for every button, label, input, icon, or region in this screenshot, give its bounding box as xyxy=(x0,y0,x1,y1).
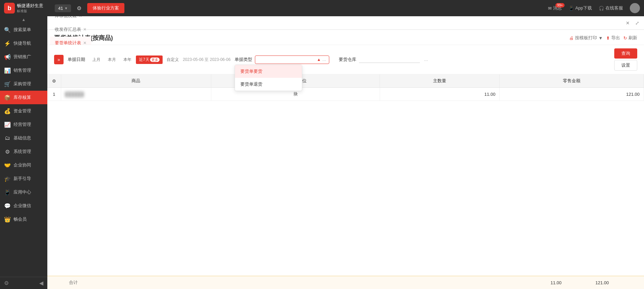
sidebar-icon-guide: 🎓 xyxy=(4,175,11,182)
sidebar-collapse-icon[interactable]: ◀ xyxy=(39,280,43,286)
sidebar-icon-inventory: 📦 xyxy=(4,94,11,101)
sidebar-item-search[interactable]: 🔍搜索菜单 xyxy=(0,23,47,37)
warehouse-label: 要货仓库 xyxy=(339,57,356,63)
message-action[interactable]: ✉ 消息 99+ xyxy=(548,5,562,11)
sidebar-label-sales: 销售管理 xyxy=(14,67,43,73)
date-btn-3[interactable]: 近7天更多 xyxy=(136,55,163,64)
sidebar-item-base[interactable]: 🗂基础信息 xyxy=(0,131,47,145)
app-download-action[interactable]: 📱 App下载 xyxy=(569,5,592,11)
user-avatar[interactable] xyxy=(630,3,640,13)
tab-close-inventory-batch[interactable]: ✕ xyxy=(79,16,82,18)
sidebar-label-marketing: 营销推广 xyxy=(14,54,43,60)
refresh-button[interactable]: ↻ 刷新 xyxy=(623,35,637,41)
warehouse-input[interactable] xyxy=(361,57,418,62)
type-select-arrow-up[interactable]: ▲ xyxy=(317,57,321,62)
type-dropdown: 要货单要货要货单退货 xyxy=(235,65,302,91)
sidebar-icon-app-center: 📱 xyxy=(4,189,11,196)
tab-close-all[interactable]: ✕ xyxy=(624,19,632,27)
phone-icon: 📱 xyxy=(569,6,574,11)
cell-product-0: ██████ xyxy=(61,88,211,101)
sidebar-item-app-center[interactable]: 📱应用中心 xyxy=(0,185,47,199)
query-button[interactable]: 查询 xyxy=(614,48,637,59)
warehouse-input-wrapper xyxy=(359,56,420,63)
date-buttons: 上月本月本年近7天更多 xyxy=(89,55,163,64)
sidebar-item-marketing[interactable]: 📢营销推广 xyxy=(0,50,47,64)
app-download-label: App下载 xyxy=(575,5,592,11)
data-table: ⚙商品主计量单位主数量零售金额 1 ██████ 块 11.00 121.00 xyxy=(47,74,644,101)
message-icon: ✉ xyxy=(548,6,552,11)
sidebar-scroll-up[interactable]: ▲ xyxy=(0,16,47,23)
sidebar-icon-marketing: 📢 xyxy=(4,53,11,60)
tab-close-receive-summary[interactable]: ✕ xyxy=(83,27,87,32)
content-area: 首页库存批次账✕收发存汇总表✕要货单统计表✕ ✕ ⤢ 要货单统计表(按商品) 🖨… xyxy=(47,16,644,289)
type-input[interactable] xyxy=(258,57,317,62)
table-row: 1 ██████ 块 11.00 121.00 xyxy=(47,88,644,101)
custom-date-button[interactable]: 自定义 xyxy=(167,57,179,63)
sidebar-item-operation[interactable]: 📈经营管理 xyxy=(0,118,47,131)
sidebar-item-guide[interactable]: 🎓新手引导 xyxy=(0,172,47,185)
main-layout: ▲ 🔍搜索菜单⚡快捷导航📢营销推广📊销售管理🛒采购管理📦库存核算💰资金管理📈经营… xyxy=(0,16,644,289)
cell-amount-0: 121.00 xyxy=(500,88,644,101)
date-btn-1[interactable]: 本月 xyxy=(105,55,119,64)
sidebar: ▲ 🔍搜索菜单⚡快捷导航📢营销推广📊销售管理🛒采购管理📦库存核算💰资金管理📈经营… xyxy=(0,16,47,289)
type-select-more[interactable]: … xyxy=(322,57,326,62)
app-name: 畅捷通好生意 xyxy=(17,3,43,9)
type-select[interactable]: ▲ … xyxy=(255,55,329,64)
tab-label-inventory-batch: 库存批次账 xyxy=(55,16,77,19)
sidebar-settings-icon[interactable]: ⚙ xyxy=(4,280,9,286)
sidebar-item-system[interactable]: ⚙系统管理 xyxy=(0,145,47,158)
tab-expand[interactable]: ⤢ xyxy=(633,19,641,27)
footer-amount: 121.00 xyxy=(586,280,613,285)
print-icon: 🖨 xyxy=(569,36,574,41)
trial-button[interactable]: 体验行业方案 xyxy=(87,3,124,13)
tab-inventory-batch[interactable]: 库存批次账✕ xyxy=(50,16,91,23)
sidebar-icon-system: ⚙ xyxy=(4,148,11,155)
tab-bar-right: ✕ ⤢ xyxy=(624,19,641,27)
warehouse-more[interactable]: … xyxy=(424,57,428,62)
sidebar-label-inventory: 库存核算 xyxy=(14,94,43,101)
sidebar-item-enterprise[interactable]: 🤝企业协同 xyxy=(0,158,47,172)
type-label: 单据类型 xyxy=(235,57,252,63)
settings-icon[interactable]: ⚙ xyxy=(74,3,84,13)
export-label: 导出 xyxy=(611,35,620,41)
sidebar-item-sales[interactable]: 📊销售管理 xyxy=(0,64,47,77)
sidebar-label-system: 系统管理 xyxy=(14,149,43,155)
table-body: 1 ██████ 块 11.00 121.00 xyxy=(47,88,644,101)
filter-expand-button[interactable]: » xyxy=(54,55,64,64)
logo-area: b 畅捷通好生意 标准版 xyxy=(4,3,51,14)
online-service-action[interactable]: 🎧 在线客服 xyxy=(599,5,623,11)
print-button[interactable]: 🖨 按模板打印 ▼ xyxy=(569,35,603,41)
logo-icon: b xyxy=(4,3,15,14)
table-container: ⚙商品主计量单位主数量零售金额 1 ██████ 块 11.00 121.00 xyxy=(47,74,644,276)
footer-label: 合计 xyxy=(65,280,82,286)
sidebar-label-finance: 资金管理 xyxy=(14,108,43,114)
sidebar-item-finance[interactable]: 💰资金管理 xyxy=(0,104,47,118)
refresh-label: 刷新 xyxy=(628,35,637,41)
sidebar-icon-base: 🗂 xyxy=(4,135,11,141)
tab-label-receive-summary: 收发存汇总表 xyxy=(55,26,81,32)
refresh-icon: ↻ xyxy=(623,36,627,41)
th-product: 商品 xyxy=(61,74,211,88)
export-button[interactable]: ⬆ 导出 xyxy=(606,35,620,41)
sidebar-label-quick-nav: 快捷导航 xyxy=(14,40,43,46)
sidebar-item-inventory[interactable]: 📦库存核算 xyxy=(0,91,47,104)
dropdown-item-1[interactable]: 要货单退货 xyxy=(235,78,302,91)
dropdown-item-0[interactable]: 要货单要货 xyxy=(235,65,302,78)
sidebar-item-purchase[interactable]: 🛒采购管理 xyxy=(0,77,47,91)
sidebar-item-quick-nav[interactable]: ⚡快捷导航 xyxy=(0,37,47,50)
sidebar-icon-wechat: 💬 xyxy=(4,202,11,209)
set-button[interactable]: 设置 xyxy=(614,60,637,71)
message-badge: 99+ xyxy=(555,3,565,7)
sidebar-label-base: 基础信息 xyxy=(14,135,43,141)
type-filter-wrapper: 单据类型 ▲ … 要货单要货要货单退货 xyxy=(235,55,329,64)
date-btn-0[interactable]: 上月 xyxy=(89,55,103,64)
tab-receive-summary[interactable]: 收发存汇总表✕ xyxy=(50,23,91,37)
date-btn-2[interactable]: 本年 xyxy=(120,55,135,64)
sidebar-item-wechat[interactable]: 💬企业微信 xyxy=(0,199,47,213)
filter-bar: » 单据日期 上月本月本年近7天更多 自定义 2023-05-06 至 2023… xyxy=(47,45,644,74)
store-selector[interactable]: 41 ▼ xyxy=(55,4,71,12)
sidebar-label-operation: 经营管理 xyxy=(14,121,43,128)
sidebar-item-member[interactable]: 👑畅会员 xyxy=(0,213,47,226)
page-content: 要货单统计表(按商品) 🖨 按模板打印 ▼ ⬆ 导出 ↻ 刷新 xyxy=(47,30,644,289)
footer-quantity: 11.00 xyxy=(539,280,566,285)
